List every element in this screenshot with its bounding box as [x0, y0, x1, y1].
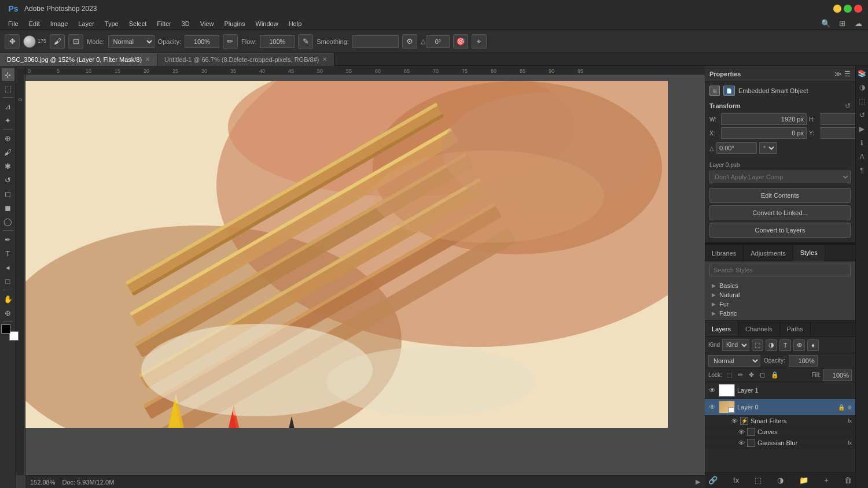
menu-edit[interactable]: Edit: [24, 19, 45, 28]
actions-icon[interactable]: ▶: [857, 124, 867, 134]
search-btn[interactable]: 🔍: [819, 17, 832, 30]
layer-psb-select[interactable]: Don't Apply Layer Comp: [709, 171, 851, 183]
edit-contents-button[interactable]: Edit Contents: [709, 188, 851, 203]
type-filter-btn[interactable]: T: [779, 339, 791, 351]
zoom-tool[interactable]: ⊕: [2, 306, 14, 319]
paragraph-icon[interactable]: ¶: [857, 165, 867, 176]
character-icon[interactable]: A: [857, 151, 867, 162]
convert-to-layers-button[interactable]: Convert to Layers: [709, 223, 851, 238]
doc-tab-0[interactable]: DSC_3060.jpg @ 152% (Layer 0, Filter Mas…: [0, 53, 157, 66]
x-input[interactable]: [721, 127, 807, 139]
menu-window[interactable]: Window: [251, 19, 283, 28]
tab-adjustments[interactable]: Adjustments: [744, 245, 793, 261]
marquee-tool[interactable]: ⬚: [2, 82, 14, 95]
convert-to-linked-button[interactable]: Convert to Linked...: [709, 205, 851, 220]
menu-view[interactable]: View: [196, 19, 219, 28]
eyedropper-tool[interactable]: ✦: [2, 114, 14, 127]
doc-tab-1-close[interactable]: ✕: [322, 56, 327, 62]
smart-filter-btn[interactable]: ⊛: [793, 339, 805, 351]
color-filter-btn[interactable]: ♦: [807, 339, 819, 351]
styles-search-input[interactable]: [709, 264, 851, 276]
color-swatches[interactable]: [1, 324, 15, 338]
eraser-tool[interactable]: ◻: [2, 187, 14, 200]
adj-filter-btn[interactable]: ◑: [766, 339, 777, 351]
angle-input[interactable]: [426, 35, 450, 48]
foreground-color[interactable]: [1, 324, 10, 334]
crop-tool[interactable]: ⊿: [2, 100, 14, 113]
path-selection-tool[interactable]: ◂: [2, 261, 14, 273]
dodge-tool[interactable]: ◯: [2, 215, 14, 228]
tab-channels[interactable]: Channels: [738, 321, 779, 337]
mask-btn[interactable]: ⬚: [755, 476, 762, 485]
hand-tool[interactable]: ✋: [2, 293, 14, 305]
libraries-icon[interactable]: 📚: [857, 68, 867, 79]
styles-item-fur[interactable]: ▶ Fur: [709, 300, 851, 309]
tool-option1[interactable]: ⊡: [68, 34, 83, 49]
opacity-input-layers[interactable]: [789, 355, 818, 367]
angle-unit-select[interactable]: °: [759, 142, 777, 154]
flow-input[interactable]: [260, 35, 295, 48]
type-tool[interactable]: T: [2, 247, 14, 260]
styles-item-natural[interactable]: ▶ Natural: [709, 290, 851, 300]
width-input[interactable]: [721, 113, 807, 125]
tab-paths[interactable]: Paths: [780, 321, 811, 337]
healing-brush-tool[interactable]: ⊕: [2, 132, 14, 145]
adjustments-icon[interactable]: ◑: [857, 82, 867, 93]
panel-expand-btn[interactable]: ≫: [834, 70, 842, 78]
curves-vis[interactable]: 👁: [738, 428, 745, 435]
kind-select[interactable]: Kind: [722, 339, 749, 351]
minimize-button[interactable]: [833, 5, 841, 13]
menu-select[interactable]: Select: [124, 19, 152, 28]
transform-reset-btn[interactable]: ↺: [845, 102, 851, 110]
tab-libraries[interactable]: Libraries: [705, 245, 744, 261]
move-tool[interactable]: ✥: [5, 34, 20, 49]
airbrush-btn[interactable]: 🎯: [453, 34, 468, 49]
layer-0-visibility[interactable]: 👁: [708, 403, 716, 411]
menu-image[interactable]: Image: [46, 19, 73, 28]
menu-file[interactable]: File: [3, 19, 23, 28]
clone-stamp-tool[interactable]: ✱: [2, 160, 14, 172]
close-button[interactable]: [854, 5, 862, 13]
pen-tool[interactable]: ✒: [2, 233, 14, 246]
gradient-tool[interactable]: ◼: [2, 201, 14, 214]
history-icon[interactable]: ↺: [857, 110, 867, 120]
menu-help[interactable]: Help: [284, 19, 307, 28]
menu-layer[interactable]: Layer: [73, 19, 99, 28]
panel-menu-btn[interactable]: ☰: [844, 70, 851, 78]
new-adjustment-btn[interactable]: ◑: [777, 476, 784, 485]
tab-layers[interactable]: Layers: [705, 321, 738, 337]
background-color[interactable]: [9, 331, 19, 341]
history-brush-tool[interactable]: ↺: [2, 173, 14, 186]
doc-tab-1[interactable]: Untitled-1 @ 66.7% (8.Delete-cropped-pix…: [157, 53, 334, 66]
info-icon[interactable]: ℹ: [857, 138, 867, 148]
layer-1-visibility[interactable]: 👁: [708, 386, 716, 394]
new-group-btn[interactable]: 📁: [799, 476, 808, 485]
angle-input-transform[interactable]: [716, 142, 757, 154]
opacity-input[interactable]: [185, 35, 219, 48]
delete-layer-btn[interactable]: 🗑: [844, 476, 852, 485]
menu-plugins[interactable]: Plugins: [219, 19, 249, 28]
smoothing-settings[interactable]: ⚙: [402, 34, 417, 49]
pressure-flow-btn[interactable]: ✎: [298, 34, 313, 49]
shape-tool[interactable]: □: [2, 275, 14, 287]
lock-artboard-btn[interactable]: ◻: [758, 371, 767, 379]
fill-input[interactable]: [823, 369, 852, 381]
pixel-filter-btn[interactable]: ⬚: [752, 339, 763, 351]
lock-all-btn[interactable]: 🔒: [769, 371, 781, 379]
mode-select[interactable]: Normal: [108, 35, 155, 48]
brush-tool[interactable]: 🖌: [50, 34, 65, 49]
menu-type[interactable]: Type: [100, 19, 123, 28]
status-expand[interactable]: ▶: [696, 478, 700, 486]
lock-paint-btn[interactable]: ✏: [736, 371, 745, 379]
lock-position-btn[interactable]: ✥: [747, 371, 756, 379]
smoothing-input[interactable]: [352, 35, 399, 48]
doc-tab-0-close[interactable]: ✕: [145, 56, 150, 62]
styles-item-fabric[interactable]: ▶ Fabric: [709, 309, 851, 318]
fx-btn[interactable]: fx: [733, 476, 739, 485]
layer-row-1[interactable]: 👁 Layer 1: [705, 382, 855, 399]
tab-styles[interactable]: Styles: [793, 245, 825, 261]
blend-mode-select[interactable]: Normal: [708, 355, 760, 367]
link-layers-btn[interactable]: 🔗: [708, 476, 718, 485]
menu-filter[interactable]: Filter: [152, 19, 175, 28]
symmetry-btn[interactable]: ⌖: [472, 34, 487, 49]
